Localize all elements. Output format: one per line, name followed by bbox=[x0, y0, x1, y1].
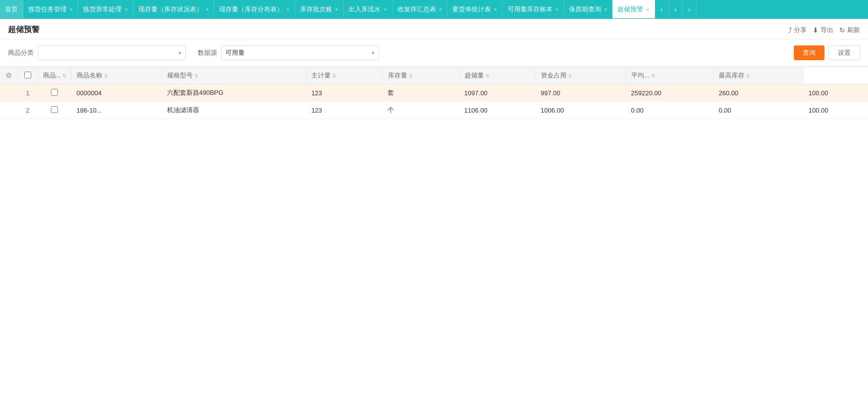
table-settings-icon[interactable]: ⚙ bbox=[5, 71, 12, 79]
th-spec-sort-icon: ⇅ bbox=[194, 73, 198, 79]
th-unit-sort-icon: ⇅ bbox=[332, 73, 336, 79]
nav-tab-batch-label: 库存批次账 bbox=[300, 5, 332, 14]
th-capital-label: 资金占用 bbox=[541, 71, 566, 80]
nav-tab-stock-status[interactable]: 现存量（库存状况表） × bbox=[133, 0, 214, 19]
refresh-label: 刷新 bbox=[847, 26, 860, 35]
query-button[interactable]: 查询 bbox=[794, 45, 825, 60]
export-button[interactable]: ⬇ 导出 bbox=[813, 26, 833, 35]
header-actions: ⤴ 分享 ⬇ 导出 ↻ 刷新 bbox=[788, 26, 860, 35]
nav-tab-pick-task[interactable]: 拣货任务管理 × bbox=[23, 0, 78, 19]
refresh-button[interactable]: ↻ 刷新 bbox=[839, 26, 860, 35]
row-name: 六配套新昌490BPG bbox=[162, 84, 306, 102]
share-icon: ⤴ bbox=[788, 26, 792, 34]
th-gear: ⚙ bbox=[0, 67, 18, 84]
datasource-select-value: 可用量 bbox=[225, 48, 245, 57]
page-header: 超储预警 ⤴ 分享 ⬇ 导出 ↻ 刷新 bbox=[0, 19, 868, 40]
th-stock[interactable]: 库存量 ⇅ bbox=[383, 67, 459, 84]
data-table: ⚙ 商品... ⇅ 商品名称 ⇅ bbox=[0, 67, 868, 119]
row-avg: 260.00 bbox=[714, 84, 804, 102]
th-overstock[interactable]: 超储量 ⇅ bbox=[459, 67, 536, 84]
row-unit: 套 bbox=[383, 84, 459, 102]
nav-tab-pick-exception-label: 拣货异常处理 bbox=[83, 5, 122, 14]
nav-tab-expiry[interactable]: 保质期查询 × bbox=[564, 0, 612, 19]
nav-tab-order-stat-label: 要货单统计表 bbox=[452, 5, 491, 14]
nav-next-arrow[interactable]: › bbox=[669, 0, 683, 19]
row-checkbox[interactable] bbox=[51, 106, 58, 113]
th-code-label: 商品... bbox=[43, 71, 61, 80]
nav-tab-pick-exception[interactable]: 拣货异常处理 × bbox=[78, 0, 133, 19]
row-unit: 个 bbox=[383, 102, 459, 119]
nav-tab-overstock-label: 超储预警 bbox=[617, 5, 643, 14]
th-overstock-label: 超储量 bbox=[465, 71, 484, 80]
th-name-sort-icon: ⇅ bbox=[104, 73, 108, 79]
datasource-select[interactable]: 可用量 ▾ bbox=[221, 45, 379, 60]
th-name-label: 商品名称 bbox=[77, 71, 102, 80]
select-all-checkbox[interactable] bbox=[24, 72, 31, 79]
export-icon: ⬇ bbox=[813, 26, 819, 34]
datasource-filter: 数据源 可用量 ▾ bbox=[198, 45, 379, 60]
th-avg[interactable]: 平均... ⇅ bbox=[626, 67, 714, 84]
nav-tab-home-label: 首页 bbox=[5, 5, 18, 14]
nav-tab-pick-exception-close[interactable]: × bbox=[125, 6, 128, 12]
nav-more-arrow[interactable]: › bbox=[683, 0, 696, 19]
nav-tab-stock-status-close[interactable]: × bbox=[206, 6, 209, 12]
top-navigation: 首页 拣货任务管理 × 拣货异常处理 × 现存量（库存状况表） × 现存量（库存… bbox=[0, 0, 868, 19]
export-label: 导出 bbox=[821, 26, 833, 35]
th-maxstock[interactable]: 最高库存 ⇅ bbox=[714, 67, 804, 84]
nav-tab-pick-task-close[interactable]: × bbox=[70, 6, 73, 12]
th-name[interactable]: 商品名称 ⇅ bbox=[72, 67, 162, 84]
nav-tab-expiry-close[interactable]: × bbox=[604, 6, 607, 12]
row-checkbox[interactable] bbox=[51, 89, 58, 96]
nav-tab-summary-close[interactable]: × bbox=[439, 6, 442, 12]
nav-prev-arrow[interactable]: ‹ bbox=[655, 0, 669, 19]
datasource-chevron-icon: ▾ bbox=[372, 50, 375, 56]
row-name: 机油滤清器 bbox=[162, 102, 306, 119]
filter-right-actions: 查询 设置 bbox=[794, 45, 860, 60]
row-gear-cell bbox=[0, 84, 18, 102]
nav-tab-available-label: 可用量库存账本 bbox=[508, 5, 553, 14]
nav-tab-available[interactable]: 可用量库存账本 × bbox=[503, 0, 564, 19]
th-code[interactable]: 商品... ⇅ bbox=[38, 67, 72, 84]
share-button[interactable]: ⤴ 分享 bbox=[788, 26, 807, 35]
nav-tab-summary-label: 收发存汇总表 bbox=[397, 5, 436, 14]
th-capital-sort-icon: ⇅ bbox=[568, 73, 572, 79]
nav-tab-overstock[interactable]: 超储预警 × bbox=[612, 0, 654, 19]
row-spec: 123 bbox=[306, 84, 383, 102]
row-maxstock: 100.00 bbox=[804, 84, 868, 102]
row-spec: 123 bbox=[306, 102, 383, 119]
th-capital[interactable]: 资金占用 ⇅ bbox=[536, 67, 626, 84]
row-checkbox-cell bbox=[38, 102, 72, 119]
category-label: 商品分类 bbox=[8, 48, 34, 57]
row-stock: 1097.00 bbox=[459, 84, 536, 102]
nav-tab-batch[interactable]: 库存批次账 × bbox=[295, 0, 344, 19]
row-index: 1 bbox=[18, 84, 38, 102]
nav-tab-inout[interactable]: 出入库流水 × bbox=[344, 0, 392, 19]
row-checkbox-cell bbox=[38, 84, 72, 102]
th-spec[interactable]: 规格型号 ⇅ bbox=[162, 67, 306, 84]
row-maxstock: 100.00 bbox=[804, 102, 868, 119]
nav-tab-home[interactable]: 首页 bbox=[0, 0, 23, 19]
refresh-icon: ↻ bbox=[839, 26, 845, 34]
nav-tab-summary[interactable]: 收发存汇总表 × bbox=[392, 0, 447, 19]
nav-tab-stock-dist[interactable]: 现存量（库存分布表） × bbox=[214, 0, 295, 19]
category-chevron-icon: ▾ bbox=[178, 50, 181, 56]
th-avg-sort-icon: ⇅ bbox=[651, 73, 655, 79]
row-code: 0000004 bbox=[72, 84, 162, 102]
category-select[interactable]: ▾ bbox=[38, 45, 186, 60]
nav-tab-inout-close[interactable]: × bbox=[384, 6, 387, 12]
nav-tab-batch-close[interactable]: × bbox=[335, 6, 338, 12]
nav-tab-order-stat-close[interactable]: × bbox=[494, 6, 497, 12]
row-capital: 259220.00 bbox=[626, 84, 714, 102]
nav-tab-stock-dist-close[interactable]: × bbox=[286, 6, 289, 12]
th-maxstock-label: 最高库存 bbox=[719, 71, 744, 80]
th-unit[interactable]: 主计量 ⇅ bbox=[306, 67, 383, 84]
settings-button[interactable]: 设置 bbox=[828, 45, 860, 60]
nav-tab-order-stat[interactable]: 要货单统计表 × bbox=[447, 0, 502, 19]
share-label: 分享 bbox=[794, 26, 807, 35]
row-index: 2 bbox=[18, 102, 38, 119]
nav-tab-overstock-close[interactable]: × bbox=[646, 6, 649, 12]
th-spec-label: 规格型号 bbox=[167, 71, 193, 80]
nav-tab-available-close[interactable]: × bbox=[556, 6, 559, 12]
row-avg: 0.00 bbox=[714, 102, 804, 119]
th-avg-label: 平均... bbox=[631, 71, 650, 80]
